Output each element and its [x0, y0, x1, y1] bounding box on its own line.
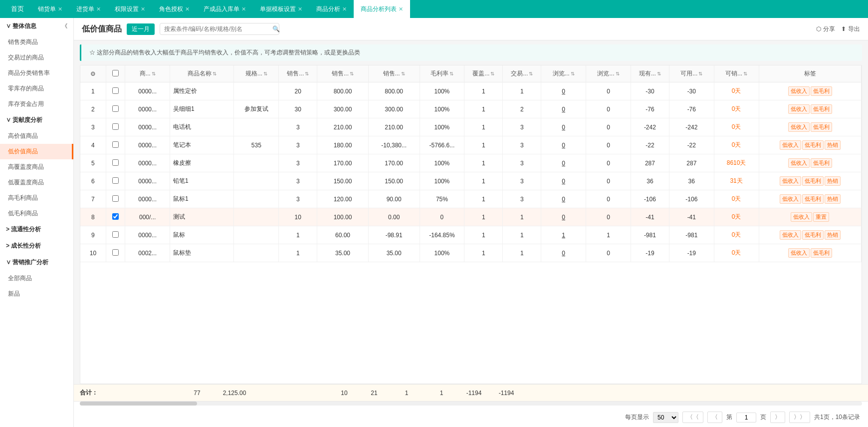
nav-template[interactable]: 单据模板设置✕ — [253, 0, 309, 18]
sidebar-item-high-margin[interactable]: 高毛利商品 — [0, 190, 73, 206]
browse-link[interactable]: 1 — [562, 232, 565, 239]
per-page-select[interactable]: 50 100 200 — [653, 412, 678, 423]
sidebar-item-all-products[interactable]: 全部商品 — [0, 271, 73, 286]
sidebar-item-stock-capital[interactable]: 库存资金占用 — [0, 96, 73, 112]
search-icon[interactable]: 🔍 — [272, 25, 280, 32]
browse-link[interactable]: 0 — [562, 124, 565, 131]
cell-sales-amt: 150.00 — [317, 172, 369, 190]
share-icon: ⬡ — [816, 25, 821, 32]
sidebar-section-overview[interactable]: ∨ 整体信息 《 — [0, 18, 73, 34]
nav-product-analysis[interactable]: 商品分析✕ — [309, 0, 354, 18]
browse-link[interactable]: 0 — [562, 106, 565, 113]
browse-link[interactable]: 0 — [562, 160, 565, 167]
th-margin[interactable]: 毛利率⇅ — [420, 65, 464, 82]
nav-close-icon[interactable]: ✕ — [342, 6, 347, 12]
select-all-checkbox[interactable] — [112, 70, 119, 76]
sidebar-section-contribution[interactable]: ∨ 贡献度分析 — [0, 112, 73, 128]
nav-sales-order[interactable]: 销货单✕ — [31, 0, 69, 18]
cell-cover: 1 — [464, 172, 503, 190]
next-page-btn[interactable]: 〉 — [770, 412, 785, 423]
content-header: 低价值商品 近一月 🔍 ⬡ 分享 ⬆ 导出 — [74, 18, 868, 40]
nav-product-analysis-list[interactable]: 商品分析列表✕ — [354, 0, 410, 18]
th-tags[interactable]: 标签 — [759, 65, 861, 82]
sidebar-item-zero-stock[interactable]: 零库存的商品 — [0, 81, 73, 96]
th-stock2[interactable]: 可用...⇅ — [669, 65, 714, 82]
total-browse1: 1 — [389, 390, 424, 397]
th-settings[interactable]: ⚙ — [80, 65, 106, 82]
th-name[interactable]: 商品名称⇅ — [170, 65, 234, 82]
cell-cover: 1 — [464, 226, 503, 244]
nav-permission[interactable]: 权限设置✕ — [108, 0, 152, 18]
browse-link[interactable]: 0 — [562, 214, 565, 221]
cell-sales-qty: 10 — [279, 208, 317, 226]
nav-close-icon[interactable]: ✕ — [298, 6, 302, 12]
row-checkbox[interactable] — [112, 249, 119, 256]
sidebar-item-traded-products[interactable]: 交易过的商品 — [0, 50, 73, 65]
row-checkbox[interactable] — [112, 87, 119, 94]
nav-role-auth[interactable]: 角色授权✕ — [152, 0, 197, 18]
browse-link[interactable]: 0 — [562, 88, 565, 95]
th-sellable[interactable]: 可销...⇅ — [714, 65, 759, 82]
row-checkbox[interactable] — [112, 141, 119, 148]
row-checkbox[interactable] — [112, 177, 119, 184]
row-checkbox[interactable] — [112, 123, 119, 130]
row-checkbox[interactable] — [112, 105, 119, 112]
th-sales-avg[interactable]: 销售...⇅ — [368, 65, 420, 82]
total-sales-amt: 2,125.00 — [215, 390, 254, 397]
sidebar-item-high-coverage[interactable]: 高覆盖度商品 — [0, 159, 73, 175]
sidebar-item-sales-products[interactable]: 销售类商品 — [0, 34, 73, 50]
sidebar-section-circulation[interactable]: > 流通性分析 — [0, 221, 73, 238]
th-sales-qty[interactable]: 销售...⇅ — [279, 65, 317, 82]
nav-close-icon[interactable]: ✕ — [185, 6, 190, 12]
sidebar-item-low-coverage[interactable]: 低覆盖度商品 — [0, 175, 73, 190]
browse-link[interactable]: 0 — [562, 196, 565, 203]
sidebar-item-low-margin[interactable]: 低毛利商品 — [0, 206, 73, 221]
search-input[interactable] — [160, 23, 279, 35]
export-btn[interactable]: ⬆ 导出 — [841, 25, 860, 33]
th-cover[interactable]: 覆盖...⇅ — [464, 65, 503, 82]
horizontal-scrollbar[interactable] — [80, 402, 862, 406]
th-spec[interactable]: 规格...⇅ — [234, 65, 279, 82]
sidebar-item-high-value[interactable]: 高价值商品 — [0, 128, 73, 144]
sidebar-item-new-products[interactable]: 新品 — [0, 286, 73, 302]
browse-link[interactable]: 0 — [562, 142, 565, 149]
nav-home[interactable]: 首页 — [4, 0, 31, 18]
last-page-btn[interactable]: 〉〉 — [789, 412, 810, 423]
th-sales-amt[interactable]: 销售...⇅ — [317, 65, 369, 82]
cell-name: 橡皮擦 — [170, 154, 234, 172]
sidebar-collapse-icon[interactable]: 《 — [62, 22, 67, 30]
sidebar-item-low-value[interactable]: 低价值商品 — [0, 144, 73, 159]
browse-link[interactable]: 0 — [562, 250, 565, 257]
nav-close-icon[interactable]: ✕ — [399, 6, 403, 12]
page-input[interactable] — [736, 413, 756, 423]
top-nav: 首页 销货单✕ 进货单✕ 权限设置✕ 角色授权✕ 产成品入库单✕ 单据模板设置✕… — [0, 0, 868, 18]
browse-link[interactable]: 0 — [562, 178, 565, 185]
sidebar-section-growth[interactable]: > 成长性分析 — [0, 238, 73, 254]
cell-browse1: 0 — [541, 100, 586, 118]
row-checkbox[interactable] — [112, 195, 119, 202]
prev-page-btn[interactable]: 〈 — [707, 412, 722, 423]
row-checkbox[interactable] — [112, 231, 119, 238]
share-btn[interactable]: ⬡ 分享 — [816, 25, 835, 33]
scrollbar-thumb[interactable] — [80, 402, 197, 406]
filter-recent-month-btn[interactable]: 近一月 — [127, 23, 155, 35]
nav-product-inbound[interactable]: 产成品入库单✕ — [197, 0, 253, 18]
row-checkbox[interactable] — [112, 159, 119, 166]
th-stock1[interactable]: 现有...⇅ — [631, 65, 669, 82]
nav-close-icon[interactable]: ✕ — [58, 6, 62, 12]
sidebar-section-marketing[interactable]: ∨ 营销推广分析 — [0, 254, 73, 271]
cell-stock1: -242 — [631, 118, 669, 136]
th-code[interactable]: 商...⇅ — [125, 65, 170, 82]
th-browse2[interactable]: 浏览...⇅ — [586, 65, 631, 82]
th-trade[interactable]: 交易...⇅ — [503, 65, 541, 82]
cell-browse1: 0 — [541, 82, 586, 100]
nav-close-icon[interactable]: ✕ — [96, 6, 101, 12]
nav-close-icon[interactable]: ✕ — [141, 6, 145, 12]
nav-purchase-order[interactable]: 进货单✕ — [69, 0, 108, 18]
row-checkbox[interactable] — [112, 213, 119, 220]
sidebar-item-category-sales-rate[interactable]: 商品分类销售率 — [0, 65, 73, 81]
th-browse1[interactable]: 浏览...⇅ — [541, 65, 586, 82]
first-page-btn[interactable]: 〈〈 — [682, 412, 703, 423]
cell-browse2: 0 — [586, 136, 631, 154]
nav-close-icon[interactable]: ✕ — [241, 6, 246, 12]
